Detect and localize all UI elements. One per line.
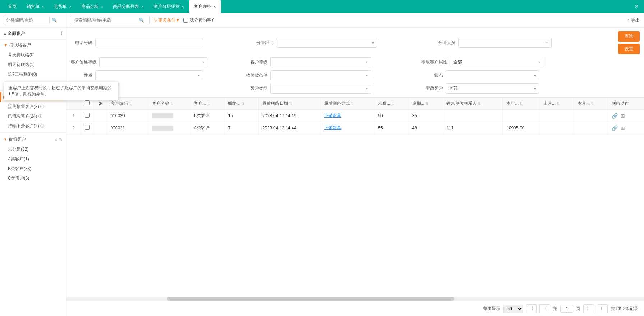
- filter-row-3: 性质 ▾ 收付款条件 ▾ 状态: [71, 70, 640, 80]
- next-page-button[interactable]: 〉: [583, 304, 594, 313]
- cell-category-2: A类客户: [190, 122, 224, 134]
- th-this-year[interactable]: 本年...⇅: [503, 98, 540, 110]
- edit-icon[interactable]: ○: [55, 137, 57, 142]
- tab-customer-segmentation[interactable]: 客户分层经营 ×: [149, 0, 189, 13]
- page-number-input[interactable]: [560, 305, 573, 313]
- cell-settings-1: [94, 110, 107, 122]
- action-link-icon-1[interactable]: 🔗: [612, 113, 618, 119]
- retail-attr-select[interactable]: 全部 ▾: [450, 57, 543, 67]
- sidebar-group-pending[interactable]: ▼ 待联络客户: [0, 40, 66, 50]
- close-product-analysis-icon[interactable]: ×: [101, 4, 103, 9]
- first-page-button[interactable]: 《: [526, 304, 537, 313]
- customer-type-select[interactable]: ▾: [270, 84, 371, 94]
- sort-icon: ⇅: [351, 102, 354, 105]
- sidebar-item-7day-pending[interactable]: 近7天待联络(0): [0, 70, 66, 79]
- th-unit-contact[interactable]: 往来单位联系人⇅: [443, 98, 502, 110]
- sidebar-item-class-b[interactable]: B类客户(33): [0, 164, 66, 174]
- action-grid-icon-2[interactable]: ⊞: [621, 125, 625, 131]
- customer-level-select[interactable]: ▾: [270, 57, 371, 67]
- price-level-select[interactable]: ▾: [99, 57, 207, 67]
- group-icon[interactable]: ✎: [59, 137, 62, 142]
- sort-icon: ⇅: [207, 102, 210, 105]
- search-icon[interactable]: 🔍: [139, 18, 144, 23]
- scrollbar-thumb[interactable]: [167, 297, 454, 301]
- payment-term-select[interactable]: ▾: [270, 70, 371, 80]
- sidebar-item-already-churned[interactable]: 已流失客户(24) ⓘ: [0, 112, 66, 121]
- th-last-contact-method[interactable]: 最后联络方式⇅: [320, 98, 374, 110]
- tab-product-analysis[interactable]: 商品分析 ×: [77, 0, 108, 13]
- sort-icon: ⇅: [557, 102, 560, 105]
- dots-icon[interactable]: ···: [545, 40, 548, 45]
- last-page-button[interactable]: 》: [597, 304, 608, 313]
- cell-name-2: [148, 122, 190, 134]
- th-contact-count[interactable]: 联络...⇅: [224, 98, 259, 110]
- tab-product-analysis-list[interactable]: 商品分析列表 ×: [108, 0, 148, 13]
- data-table-container: ⚙ 客户编码⇅ 客户名称⇅ 客户...⇅ 联络...⇅: [66, 98, 644, 297]
- th-last-contact-date[interactable]: 最后联络日期⇅: [259, 98, 320, 110]
- table-header-row: ⚙ 客户编码⇅ 客户名称⇅ 客户...⇅ 联络...⇅: [66, 98, 644, 110]
- link-method-1[interactable]: 下销货单: [324, 113, 341, 118]
- cell-last-month-1: [539, 110, 574, 122]
- sidebar-group-value-customers[interactable]: ▼ 价值客户 ○ ✎: [0, 134, 66, 145]
- sidebar-item-declining[interactable]: 持续下滑客户(2) ⓘ: [0, 121, 66, 131]
- export-button[interactable]: ↑ 导出: [627, 17, 640, 23]
- retail-customer-select[interactable]: 全部 ▾: [446, 83, 539, 94]
- status-select[interactable]: ▾: [446, 70, 539, 80]
- tooltip-box: 距客户上次交易时长，超过了此客户的平均交易周期的1.5倍，则视为异常。: [66, 82, 119, 100]
- prev-page-button[interactable]: 〈: [539, 304, 550, 313]
- page-size-select[interactable]: 50 100 200: [503, 305, 523, 313]
- tab-customer-contact[interactable]: 客户联络 ×: [189, 0, 221, 13]
- sidebar-item-tomorrow-pending[interactable]: 明天待联络(1): [0, 60, 66, 70]
- window-close-button[interactable]: ×: [635, 3, 641, 10]
- cell-overdue-2: 48: [408, 122, 443, 134]
- close-purchase-icon[interactable]: ×: [69, 4, 71, 9]
- sidebar-search-input[interactable]: [3, 16, 50, 24]
- collapse-icon[interactable]: 《: [58, 30, 62, 37]
- sidebar-item-class-c[interactable]: C类客户(6): [0, 174, 66, 183]
- th-last-month[interactable]: 上月...⇅: [539, 98, 574, 110]
- horizontal-scrollbar[interactable]: [66, 297, 644, 301]
- close-sales-order-icon[interactable]: ×: [42, 4, 44, 9]
- filter-row-1: 电话号码 分管部门 ▾ 分管人员 ···: [71, 31, 640, 54]
- blurred-name-2: [152, 126, 173, 131]
- tab-purchase-order[interactable]: 进货单 ×: [49, 0, 76, 13]
- settings-button[interactable]: 设置: [618, 44, 640, 54]
- sidebar-item-class-a[interactable]: A类客户(1): [0, 154, 66, 164]
- action-link-icon-2[interactable]: 🔗: [612, 125, 618, 131]
- th-uncontacted[interactable]: 未联...⇅: [374, 98, 408, 110]
- filter-department: 分管部门 ▾: [252, 38, 431, 48]
- th-overdue[interactable]: 逾期...⇅: [408, 98, 443, 110]
- manager-select[interactable]: ···: [458, 38, 552, 48]
- cell-code-1: 000039: [107, 110, 148, 122]
- action-grid-icon-1[interactable]: ⊞: [621, 113, 625, 119]
- close-product-list-icon[interactable]: ×: [141, 4, 143, 9]
- link-method-2[interactable]: 下销货单: [324, 125, 341, 130]
- cell-last-month-2: [539, 122, 574, 134]
- sidebar-item-ungrouped[interactable]: 未分组(32): [0, 145, 66, 154]
- select-all-checkbox[interactable]: [85, 100, 90, 105]
- th-this-month[interactable]: 本月...⇅: [574, 98, 608, 110]
- tab-home[interactable]: 首页: [3, 0, 22, 13]
- chevron-down-icon: ▾: [366, 86, 368, 90]
- filter-price-level: 客户价格等级 ▾: [71, 57, 243, 67]
- sidebar-item-churn-warning[interactable]: 流失预警客户(3) ⓘ: [0, 102, 66, 112]
- query-button[interactable]: 查询: [618, 31, 640, 42]
- th-name[interactable]: 客户名称⇅: [148, 98, 190, 110]
- row-checkbox-2[interactable]: [85, 125, 90, 130]
- phone-input[interactable]: [95, 38, 203, 47]
- settings-icon[interactable]: ⚙: [98, 101, 102, 106]
- sidebar-search-icon[interactable]: 🔍: [52, 18, 57, 23]
- department-select[interactable]: ▾: [277, 38, 377, 48]
- sidebar-item-today-pending[interactable]: 今天待联络(0): [0, 50, 66, 60]
- nature-select[interactable]: ▾: [95, 70, 203, 80]
- th-category[interactable]: 客户...⇅: [190, 98, 224, 110]
- row-checkbox-1[interactable]: [85, 113, 90, 118]
- cell-overdue-1: 35: [408, 110, 443, 122]
- close-contact-icon[interactable]: ×: [213, 4, 216, 9]
- more-conditions-button[interactable]: ▽ 更多条件 ▾: [154, 17, 179, 23]
- main-search-input[interactable]: [74, 18, 139, 23]
- my-customers-checkbox[interactable]: [183, 18, 188, 23]
- tab-sales-order[interactable]: 销货单 ×: [22, 0, 49, 13]
- cell-category-1: B类客户: [190, 110, 224, 122]
- close-segmentation-icon[interactable]: ×: [182, 4, 184, 9]
